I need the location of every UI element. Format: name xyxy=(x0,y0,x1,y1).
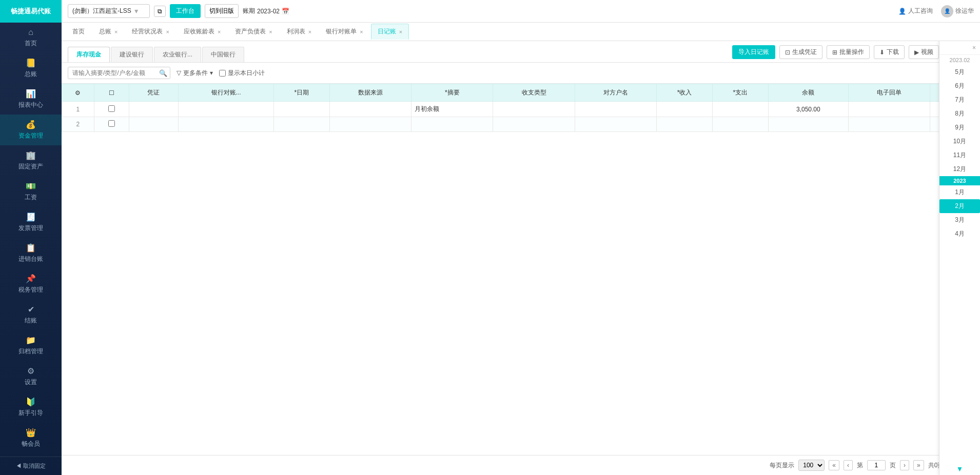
sidebar-item-guide[interactable]: 🔰 新手引导 xyxy=(0,392,62,423)
sidebar-item-sales[interactable]: 📋 进销台账 xyxy=(0,238,62,269)
col-bank-reconcile: 银行对账... xyxy=(179,84,274,102)
sidebar-item-home[interactable]: ⌂ 首页 xyxy=(0,23,62,53)
tab-bizstatus[interactable]: 经营状况表 × xyxy=(125,24,175,40)
tab-assets-close[interactable]: × xyxy=(269,29,272,35)
date-panel-close[interactable]: × xyxy=(939,41,980,55)
download-button[interactable]: ⬇ 下载 xyxy=(874,45,905,59)
user-label: 徐运华 xyxy=(955,7,974,15)
member-icon: 👑 xyxy=(26,428,36,438)
col-settings[interactable]: ⚙ xyxy=(62,84,94,102)
date-month-item[interactable]: 10月 xyxy=(939,135,980,148)
subtab-cash[interactable]: 库存现金 xyxy=(68,47,110,62)
sidebar-item-member[interactable]: 👑 畅会员 xyxy=(0,423,62,453)
date-month-item[interactable]: 1月 xyxy=(939,185,980,199)
date-month-item[interactable]: 4月 xyxy=(939,227,980,241)
per-page-select[interactable]: 100 50 200 xyxy=(798,460,825,471)
capital-icon: 💰 xyxy=(26,120,36,129)
sidebar-item-reports[interactable]: 📊 报表中心 xyxy=(0,84,62,115)
tab-journal[interactable]: 日记账 × xyxy=(371,24,409,40)
prev-page-btn[interactable]: ‹ xyxy=(844,460,853,470)
more-conditions[interactable]: ▽ 更多条件 ▾ xyxy=(177,69,213,78)
payroll-icon: 💵 xyxy=(26,181,36,191)
first-page-btn[interactable]: « xyxy=(829,460,839,470)
subtab-agriculture[interactable]: 农业银行... xyxy=(154,47,201,62)
tab-ledger-label: 总账 xyxy=(99,27,111,36)
sidebar-item-label: 发票管理 xyxy=(18,224,43,233)
subtab-construction[interactable]: 建设银行 xyxy=(111,47,153,62)
tab-receivable-close[interactable]: × xyxy=(218,29,221,35)
tab-ledger-close[interactable]: × xyxy=(114,29,117,35)
show-daily-label[interactable]: 显示本日小计 xyxy=(219,69,265,78)
invoice-icon: 🧾 xyxy=(26,212,36,222)
workbench-button[interactable]: 工作台 xyxy=(170,4,201,18)
date-month-item[interactable]: 8月 xyxy=(939,107,980,121)
col-expense: *支出 xyxy=(712,84,768,102)
calendar-icon[interactable]: 📅 xyxy=(282,8,289,15)
sales-icon: 📋 xyxy=(26,243,36,253)
sidebar-item-capital[interactable]: 💰 资金管理 xyxy=(0,115,62,145)
topbar: (勿删）江西超宝-LSS ▼ ⧉ 工作台 切到旧版 账期 2023-02 📅 👤… xyxy=(62,0,980,23)
row-check[interactable] xyxy=(94,117,129,132)
import-journal-button[interactable]: 导入日记账 xyxy=(732,45,775,59)
date-month-item[interactable]: 3月 xyxy=(939,213,980,227)
sidebar-item-label: 新手引导 xyxy=(18,409,43,417)
date-month-item[interactable]: 9月 xyxy=(939,121,980,135)
sidebar-item-ledger[interactable]: 📒 总账 xyxy=(0,53,62,84)
tab-bankreconcile[interactable]: 银行对账单 × xyxy=(319,24,369,40)
col-summary: *摘要 xyxy=(411,84,493,102)
tab-profit-close[interactable]: × xyxy=(308,29,311,35)
next-page-btn[interactable]: › xyxy=(900,460,909,470)
subtab-china[interactable]: 中国银行 xyxy=(202,47,244,62)
sidebar-item-archive[interactable]: 📁 归档管理 xyxy=(0,330,62,361)
sidebar-item-assets[interactable]: 🏢 固定资产 xyxy=(0,145,62,176)
download-icon: ⬇ xyxy=(879,49,885,56)
col-balance: 余额 xyxy=(768,84,848,102)
journal-panel: 库存现金 建设银行 农业银行... 中国银行 导入日记账 ⊡ 生成凭证 ⊞ 批量… xyxy=(62,41,980,475)
page-label: 第 xyxy=(857,461,863,470)
oldver-button[interactable]: 切到旧版 xyxy=(205,4,239,18)
date-nav-down[interactable]: ▼ xyxy=(939,463,980,475)
tab-journal-close[interactable]: × xyxy=(399,29,402,35)
video-button[interactable]: ▶ 视频 xyxy=(909,45,939,59)
batch-op-button[interactable]: ⊞ 批量操作 xyxy=(827,45,870,59)
date-month-item[interactable]: 5月 xyxy=(939,65,980,79)
journal-table-wrap: ⚙ ☐ 凭证 银行对账... *日期 数据来源 *摘要 收支类型 对方户名 *收… xyxy=(62,84,980,455)
row-check[interactable] xyxy=(94,102,129,117)
date-month-item[interactable]: 7月 xyxy=(939,93,980,107)
date-month-item-active[interactable]: 2月 xyxy=(939,199,980,213)
tab-receivable[interactable]: 应收账龄表 × xyxy=(177,24,227,40)
tab-ledger[interactable]: 总账 × xyxy=(92,24,124,40)
tab-bankreconcile-close[interactable]: × xyxy=(360,29,363,35)
date-month-item[interactable]: 12月 xyxy=(939,162,980,176)
col-check[interactable]: ☐ xyxy=(94,84,129,102)
show-daily-checkbox[interactable] xyxy=(219,70,226,77)
sidebar-item-invoice[interactable]: 🧾 发票管理 xyxy=(0,207,62,238)
tab-assets[interactable]: 资产负债表 × xyxy=(228,24,279,40)
sidebar-unpin[interactable]: ◀ 取消固定 xyxy=(0,457,62,475)
sidebar-item-settings[interactable]: ⚙ 设置 xyxy=(0,361,62,392)
sidebar-item-closing[interactable]: ✔ 结账 xyxy=(0,299,62,330)
company-selector[interactable]: (勿删）江西超宝-LSS ▼ xyxy=(68,4,150,18)
user-menu[interactable]: 👤 徐运华 xyxy=(941,5,974,17)
page-input[interactable] xyxy=(867,460,886,470)
date-month-item[interactable]: 11月 xyxy=(939,148,980,162)
generate-voucher-button[interactable]: ⊡ 生成凭证 xyxy=(779,45,822,59)
tab-profit[interactable]: 利润表 × xyxy=(280,24,318,40)
sidebar-item-label: 首页 xyxy=(25,39,37,48)
sidebar-item-tax[interactable]: 📌 税务管理 xyxy=(0,269,62,299)
search-input[interactable] xyxy=(68,67,170,79)
sidebar: 畅捷通易代账 ⌂ 首页 📒 总账 📊 报表中心 💰 资金管理 🏢 固定资产 💵 … xyxy=(0,0,62,475)
tab-bizstatus-close[interactable]: × xyxy=(166,29,169,35)
tab-home[interactable]: 首页 xyxy=(66,24,91,40)
row-bank-reconcile xyxy=(179,102,274,117)
tab-bankreconcile-label: 银行对账单 xyxy=(326,27,357,36)
copy-button[interactable]: ⧉ xyxy=(154,6,166,17)
col-income: *收入 xyxy=(657,84,713,102)
row-payment-type xyxy=(493,117,575,132)
sidebar-item-payroll[interactable]: 💵 工资 xyxy=(0,176,62,207)
date-year-label-prev: 2023.02 xyxy=(939,55,980,65)
last-page-btn[interactable]: » xyxy=(913,460,924,470)
tab-assets-label: 资产负债表 xyxy=(235,27,266,36)
support-link[interactable]: 👤 人工咨询 xyxy=(898,7,933,15)
date-month-item[interactable]: 6月 xyxy=(939,79,980,93)
